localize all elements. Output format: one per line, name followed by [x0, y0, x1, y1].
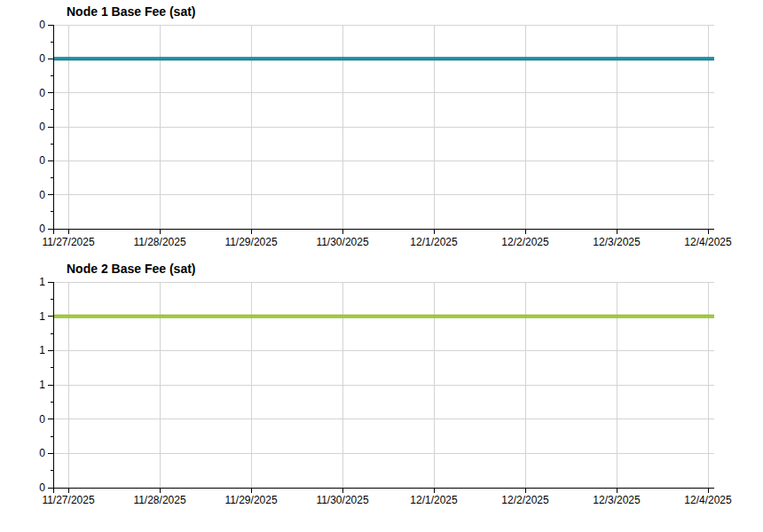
- x-tick-label: 12/2/2025: [501, 494, 549, 506]
- dual-chart-panel: 000000011/27/202511/28/202511/29/202511/…: [0, 0, 763, 532]
- y-tick-label: 1: [39, 344, 45, 356]
- x-tick-label: 11/28/2025: [133, 236, 185, 248]
- y-tick-label: 0: [39, 189, 45, 201]
- y-tick-label: 0: [39, 447, 45, 459]
- x-tick-label: 11/30/2025: [316, 494, 368, 506]
- x-tick-label: 11/28/2025: [133, 494, 185, 506]
- y-tick-label: 1: [39, 379, 45, 391]
- x-tick-label: 11/27/2025: [42, 494, 94, 506]
- x-tick-label: 12/3/2025: [593, 494, 641, 506]
- y-tick-label: 0: [39, 481, 45, 494]
- y-tick-label: 0: [39, 121, 45, 133]
- x-tick-label: 12/4/2025: [684, 494, 732, 506]
- x-tick-label: 11/30/2025: [316, 236, 368, 248]
- y-tick-label: 0: [39, 19, 45, 31]
- y-tick-label: 0: [39, 52, 45, 65]
- x-tick-label: 12/3/2025: [593, 236, 641, 248]
- node1-chart-title: Node 1 Base Fee (sat): [67, 4, 196, 20]
- y-tick-label: 0: [39, 154, 45, 167]
- y-tick-label: 0: [39, 87, 45, 99]
- y-tick-label: 1: [39, 276, 45, 288]
- y-tick-label: 0: [39, 223, 45, 235]
- x-tick-label: 12/4/2025: [684, 236, 732, 248]
- node2-chart-title: Node 2 Base Fee (sat): [67, 262, 196, 277]
- y-tick-label: 0: [39, 413, 45, 426]
- x-tick-label: 11/29/2025: [224, 494, 277, 506]
- y-tick-label: 1: [39, 310, 45, 323]
- x-tick-label: 12/1/2025: [410, 236, 458, 248]
- x-tick-label: 12/1/2025: [410, 494, 458, 506]
- x-tick-label: 11/29/2025: [224, 236, 277, 248]
- x-tick-label: 11/27/2025: [42, 236, 94, 248]
- x-tick-label: 12/2/2025: [501, 236, 549, 248]
